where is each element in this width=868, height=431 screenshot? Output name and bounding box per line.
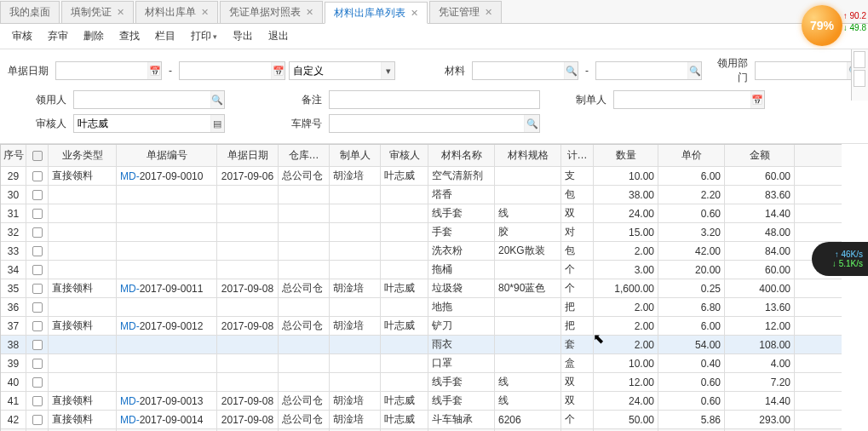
col-seq[interactable]: 序号	[1, 145, 26, 166]
date-preset-select[interactable]: ▾	[289, 61, 395, 80]
checkbox-icon[interactable]	[32, 171, 43, 181]
table-row[interactable]: 33洗衣粉20KG散装包2.0042.0084.00	[1, 242, 842, 261]
search-icon[interactable]: 🔍	[210, 91, 224, 108]
dept-field[interactable]: 🔍	[755, 61, 861, 80]
col-doc[interactable]: 单据编号	[117, 145, 217, 166]
cell-check[interactable]	[26, 317, 49, 335]
cell-check[interactable]	[26, 298, 49, 316]
cell-doc[interactable]	[117, 354, 217, 372]
table-row[interactable]: 31线手套线双24.000.6014.40	[1, 204, 842, 223]
col-amount[interactable]: 金额	[725, 145, 795, 166]
side-box[interactable]	[854, 51, 865, 68]
table-row[interactable]: 42直接领料MD-2017-09-00142017-09-08总公司仓胡淦培叶志…	[1, 411, 842, 429]
toolbar-find[interactable]: 查找	[119, 29, 140, 43]
table-row[interactable]: 39口罩盒10.000.404.00	[1, 354, 842, 373]
material-to-field[interactable]: 🔍	[595, 61, 702, 80]
checkbox-icon[interactable]	[32, 246, 43, 256]
col-check[interactable]	[26, 145, 49, 166]
checkbox-icon[interactable]	[32, 284, 43, 294]
checkbox-icon[interactable]	[32, 415, 43, 425]
chevron-down-icon[interactable]: ▾	[381, 62, 394, 79]
cell-doc[interactable]	[117, 242, 217, 260]
cell-check[interactable]	[26, 167, 49, 185]
cell-check[interactable]	[26, 392, 49, 410]
calendar-icon[interactable]: 📅	[147, 62, 161, 79]
tab-voucher-manage[interactable]: 凭证管理 ✕	[429, 1, 502, 23]
search-icon[interactable]: 🔍	[687, 62, 701, 79]
table-row[interactable]: 36地拖把2.006.8013.60	[1, 298, 842, 317]
cell-check[interactable]	[26, 411, 49, 428]
cell-doc[interactable]	[117, 204, 217, 222]
checkbox-icon[interactable]	[32, 377, 43, 388]
cell-doc[interactable]	[117, 336, 217, 353]
cell-check[interactable]	[26, 373, 49, 391]
material-from-field[interactable]: 🔍	[472, 61, 578, 80]
cell-check[interactable]	[26, 261, 49, 279]
cell-doc[interactable]: MD-2017-09-0013	[117, 392, 217, 410]
checkbox-icon[interactable]	[32, 265, 43, 275]
calendar-icon[interactable]: 📅	[750, 91, 764, 108]
cell-check[interactable]	[26, 223, 49, 241]
plate-field[interactable]: 🔍	[329, 114, 540, 133]
toolbar-audit[interactable]: 审核	[12, 29, 32, 43]
checkbox-icon[interactable]	[32, 151, 43, 161]
cell-doc[interactable]: MD-2017-09-0010	[117, 167, 217, 185]
col-date[interactable]: 单据日期	[217, 145, 279, 166]
close-icon[interactable]: ✕	[485, 7, 492, 18]
tab-material-out-list[interactable]: 材料出库单列表 ✕	[325, 2, 428, 24]
col-auditor[interactable]: 审核人	[381, 145, 428, 166]
checkbox-icon[interactable]	[32, 359, 43, 369]
date-from-field[interactable]: 📅	[55, 61, 162, 80]
col-qty[interactable]: 数量	[594, 145, 658, 166]
col-price[interactable]: 单价	[658, 145, 725, 166]
col-material-name[interactable]: 材料名称	[428, 145, 495, 166]
table-row[interactable]: 40线手套线双12.000.607.20	[1, 373, 842, 392]
maker-field[interactable]: 📅	[613, 90, 765, 109]
col-warehouse[interactable]: 仓库…	[279, 145, 330, 166]
receiver-field[interactable]: 🔍	[73, 90, 225, 109]
cell-doc[interactable]	[117, 261, 217, 279]
calendar-icon[interactable]: 📅	[271, 62, 285, 79]
search-icon[interactable]: 🔍	[524, 115, 539, 132]
col-spec[interactable]: 材料规格	[495, 145, 561, 166]
col-biz[interactable]: 业务类型	[49, 145, 117, 166]
checkbox-icon[interactable]	[32, 190, 43, 200]
table-row[interactable]: 41直接领料MD-2017-09-00132017-09-08总公司仓胡淦培叶志…	[1, 392, 842, 411]
tab-material-out[interactable]: 材料出库单 ✕	[135, 1, 218, 23]
cell-doc[interactable]	[117, 186, 217, 204]
close-icon[interactable]: ✕	[306, 7, 313, 18]
table-row[interactable]: 29直接领料MD-2017-09-00102017-09-06总公司仓胡淦培叶志…	[1, 167, 842, 186]
close-icon[interactable]: ✕	[117, 7, 124, 18]
tab-voucher-compare[interactable]: 凭证单据对照表 ✕	[220, 1, 323, 23]
cell-doc[interactable]	[117, 373, 217, 391]
checkbox-icon[interactable]	[32, 321, 43, 331]
date-to-field[interactable]: 📅	[179, 61, 285, 80]
checkbox-icon[interactable]	[32, 227, 43, 238]
toolbar-exit[interactable]: 退出	[268, 29, 289, 43]
table-row[interactable]: 35直接领料MD-2017-09-00112017-09-08总公司仓胡淦培叶志…	[1, 279, 842, 298]
clear-icon[interactable]: ▤	[210, 115, 224, 132]
auditor-field[interactable]: ▤	[73, 114, 225, 133]
cell-doc[interactable]: MD-2017-09-0012	[117, 317, 217, 335]
cell-check[interactable]	[26, 336, 49, 353]
toolbar-print[interactable]: 打印▾	[191, 29, 217, 43]
checkbox-icon[interactable]	[32, 209, 43, 219]
search-icon[interactable]: 🔍	[564, 62, 578, 79]
close-icon[interactable]: ✕	[201, 7, 209, 18]
close-icon[interactable]: ✕	[411, 8, 418, 19]
table-row[interactable]: 32手套胶对15.003.2048.00	[1, 223, 842, 242]
col-unit[interactable]: 计…	[561, 145, 594, 166]
cell-check[interactable]	[26, 204, 49, 222]
checkbox-icon[interactable]	[32, 396, 43, 406]
network-widget[interactable]: ↑ 46K/s ↓ 5.1K/s	[812, 242, 868, 276]
cell-doc[interactable]: MD-2017-09-0011	[117, 279, 217, 297]
toolbar-unaudit[interactable]: 弃审	[48, 29, 68, 43]
checkbox-icon[interactable]	[32, 340, 43, 350]
remark-field[interactable]	[329, 90, 540, 109]
toolbar-columns[interactable]: 栏目	[155, 29, 175, 43]
cell-doc[interactable]	[117, 298, 217, 316]
cell-doc[interactable]	[117, 223, 217, 241]
toolbar-export[interactable]: 导出	[233, 29, 253, 43]
table-row[interactable]: 38雨衣套2.0054.00108.00	[1, 336, 842, 354]
cell-check[interactable]	[26, 242, 49, 260]
